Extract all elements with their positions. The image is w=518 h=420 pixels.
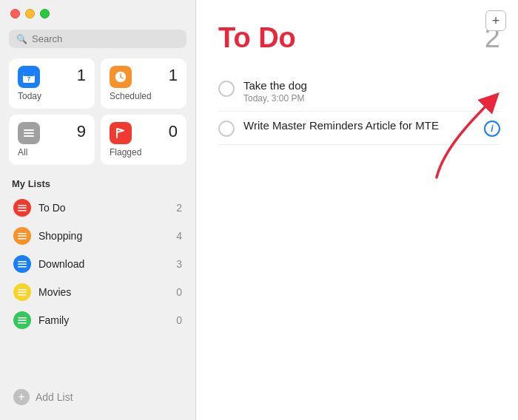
list-label-movies: Movies: [38, 286, 163, 298]
flagged-tile[interactable]: 0 Flagged: [101, 115, 186, 165]
close-button[interactable]: [10, 9, 20, 18]
scheduled-icon: [110, 66, 132, 88]
list-label-shopping: Shopping: [38, 230, 163, 242]
svg-rect-20: [18, 292, 27, 294]
all-icon: [18, 122, 40, 144]
list-count-movies: 0: [170, 286, 182, 298]
all-label: All: [18, 147, 86, 158]
svg-rect-11: [18, 208, 27, 209]
svg-rect-10: [18, 205, 27, 206]
minimize-button[interactable]: [25, 9, 35, 18]
add-reminder-button[interactable]: +: [485, 10, 506, 31]
svg-rect-9: [24, 135, 34, 137]
today-count: 1: [77, 66, 86, 85]
svg-rect-13: [18, 233, 27, 234]
svg-rect-24: [18, 322, 27, 324]
list-label-family: Family: [38, 314, 163, 326]
scheduled-label: Scheduled: [110, 91, 178, 101]
flagged-icon: [110, 122, 132, 144]
main-header: To Do 2: [218, 22, 500, 54]
list-count-family: 0: [170, 314, 182, 326]
list-icon-family: [13, 311, 31, 329]
list-icon-download: [13, 255, 31, 273]
svg-text:7: 7: [27, 75, 31, 82]
reminder-checkbox-2[interactable]: [218, 121, 235, 137]
svg-rect-7: [24, 129, 34, 131]
scheduled-tile[interactable]: 1 Scheduled: [101, 58, 186, 109]
list-item-download[interactable]: Download 3: [9, 250, 186, 278]
add-list-plus-icon: +: [13, 389, 30, 405]
add-list-label: Add List: [36, 391, 73, 403]
list-icon-todo: [13, 199, 31, 217]
svg-rect-12: [18, 210, 27, 211]
today-label: Today: [18, 91, 86, 101]
list-item-family[interactable]: Family 0: [9, 306, 186, 334]
main-content: + To Do 2 Take the dog Today, 3:00 PM Wr…: [196, 0, 518, 420]
svg-rect-15: [18, 238, 27, 240]
list-item-movies[interactable]: Movies 0: [9, 278, 186, 306]
smart-tiles: 7 1 Today 1 Scheduled: [9, 58, 186, 165]
list-count-shopping: 4: [170, 230, 182, 242]
svg-rect-17: [18, 264, 27, 265]
flagged-count: 0: [169, 122, 178, 141]
svg-rect-18: [18, 266, 27, 268]
list-item-todo[interactable]: To Do 2: [9, 194, 186, 222]
sidebar: 🔍 7 1 Today: [0, 0, 196, 420]
fullscreen-button[interactable]: [40, 9, 50, 18]
reminder-checkbox-1[interactable]: [218, 81, 235, 97]
scheduled-count: 1: [169, 66, 178, 85]
svg-rect-23: [18, 320, 27, 322]
search-input[interactable]: [32, 33, 179, 44]
flagged-label: Flagged: [110, 147, 178, 158]
add-list-button[interactable]: + Add List: [9, 383, 186, 411]
today-tile[interactable]: 7 1 Today: [9, 58, 95, 109]
svg-rect-14: [18, 236, 27, 237]
svg-rect-19: [18, 289, 27, 291]
traffic-lights: [10, 9, 50, 18]
search-bar[interactable]: 🔍: [9, 30, 186, 48]
svg-rect-8: [24, 132, 34, 134]
list-label-todo: To Do: [38, 202, 163, 214]
list-count-download: 3: [170, 258, 182, 270]
list-count-todo: 2: [170, 202, 182, 214]
arrow-annotation: [414, 89, 503, 185]
svg-rect-16: [18, 261, 27, 262]
list-label-download: Download: [38, 258, 163, 270]
svg-rect-22: [18, 317, 27, 319]
my-lists-header: My Lists: [9, 178, 186, 189]
svg-rect-21: [18, 294, 27, 296]
main-title: To Do: [218, 22, 296, 54]
today-icon: 7: [18, 66, 40, 88]
all-tile[interactable]: 9 All: [9, 115, 95, 165]
list-icon-movies: [13, 283, 31, 301]
all-count: 9: [77, 122, 86, 141]
search-icon: 🔍: [16, 34, 27, 44]
list-item-shopping[interactable]: Shopping 4: [9, 222, 186, 250]
list-icon-shopping: [13, 227, 31, 245]
